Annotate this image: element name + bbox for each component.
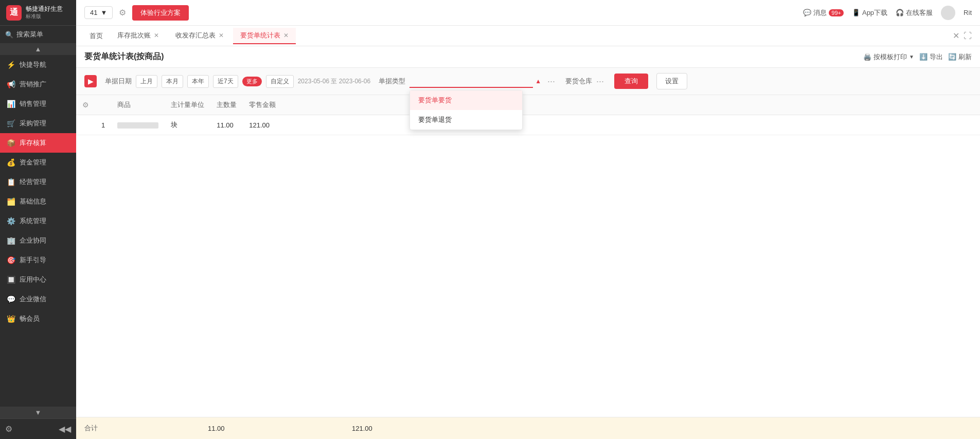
row-product	[111, 115, 165, 135]
table-settings-icon[interactable]: ⚙	[82, 101, 89, 109]
more-date-btn[interactable]: 更多	[242, 77, 262, 86]
sidebar-item-enterprise[interactable]: 🏢 企业协同	[0, 231, 76, 250]
product-placeholder	[117, 122, 158, 129]
refresh-btn[interactable]: 🔄 刷新	[948, 52, 972, 62]
tab-close-receipt-summary[interactable]: ✕	[219, 32, 224, 39]
sidebar-item-label: 库存核算	[20, 138, 46, 148]
scroll-down-btn[interactable]: ▼	[0, 407, 76, 418]
footer-amount: 121.00	[352, 425, 372, 432]
finance-icon: 💰	[6, 158, 15, 167]
sidebar-item-label: 新手引导	[20, 255, 46, 265]
sidebar-item-vip[interactable]: 👑 畅会员	[0, 309, 76, 328]
date-btn-last-month[interactable]: 上月	[136, 75, 157, 88]
sidebar: 通 畅捷通好生意 标准版 🔍 搜索菜单 ▲ ⚡ 快捷导航 📢 营销推广 📊 销售…	[0, 0, 76, 439]
online-service-action[interactable]: 🎧 在线客服	[896, 8, 933, 17]
tab-order-stats[interactable]: 要货单统计表 ✕	[233, 28, 296, 44]
warehouse-filter-label: 要货仓库	[565, 77, 592, 86]
sidebar-item-finance[interactable]: 💰 资金管理	[0, 153, 76, 172]
print-btn[interactable]: 🖨️ 按模板打印 ▼	[863, 52, 914, 62]
row-quantity: 11.00	[210, 115, 243, 135]
store-selector[interactable]: 41 ▼	[84, 6, 113, 19]
table-footer: 合计 11.00 121.00	[76, 417, 980, 439]
sidebar-item-label: 企业微信	[20, 295, 46, 304]
sidebar-item-wechat[interactable]: 💬 企业微信	[0, 289, 76, 309]
dropdown-item-order-return[interactable]: 要货单退货	[410, 110, 522, 130]
search-icon: 🔍	[5, 31, 13, 39]
col-quantity: 主数量	[210, 95, 243, 115]
warehouse-filter-dots[interactable]: ···	[596, 76, 604, 87]
collapse-icon[interactable]: ◀◀	[59, 424, 71, 434]
store-number: 41	[90, 9, 97, 16]
tab-close-batch-account[interactable]: ✕	[154, 32, 159, 39]
message-icon: 💬	[803, 9, 811, 16]
tab-label: 收发存汇总表	[175, 31, 216, 40]
sidebar-item-label: 经营管理	[20, 177, 46, 187]
sidebar-item-appstore[interactable]: 🔲 应用中心	[0, 270, 76, 289]
data-table: ⚙ 商品 主计量单位 主数量 零售金额 1	[76, 95, 980, 135]
marketing-icon: 📢	[6, 80, 15, 89]
sidebar-item-operations[interactable]: 📋 经营管理	[0, 172, 76, 192]
export-btn[interactable]: ⬇️ 导出	[919, 52, 943, 62]
export-icon: ⬇️	[919, 53, 928, 61]
tab-receipt-summary[interactable]: 收发存汇总表 ✕	[168, 28, 231, 44]
date-btn-7days[interactable]: 近7天	[213, 75, 238, 88]
messages-label: 消息	[813, 8, 827, 17]
search-btn[interactable]: 查询	[614, 74, 648, 89]
sidebar-item-guide[interactable]: 🎯 新手引导	[0, 250, 76, 270]
date-btn-this-year[interactable]: 本年	[187, 75, 209, 88]
sidebar-item-label: 资金管理	[20, 158, 46, 167]
user-avatar[interactable]	[941, 6, 955, 20]
type-dropdown-arrow[interactable]: ▲	[535, 78, 541, 85]
type-filter-input[interactable]	[409, 75, 533, 88]
tab-close-order-stats[interactable]: ✕	[283, 32, 289, 39]
settings-icon[interactable]: ⚙	[5, 424, 12, 434]
sidebar-item-purchase[interactable]: 🛒 采购管理	[0, 114, 76, 133]
date-btn-custom[interactable]: 自定义	[266, 75, 294, 88]
app-download-action[interactable]: 📱 App下载	[852, 8, 887, 17]
fullscreen-icon[interactable]: ⛶	[964, 31, 972, 41]
col-settings[interactable]: ⚙	[76, 95, 95, 115]
dropdown-item-order-goods[interactable]: 要货单要货	[410, 90, 522, 110]
sidebar-item-basic[interactable]: 🗂️ 基础信息	[0, 192, 76, 211]
type-filter-dots[interactable]: ···	[547, 76, 555, 87]
trial-btn[interactable]: 体验行业方案	[132, 5, 189, 21]
sidebar-item-label: 系统管理	[20, 216, 46, 226]
type-filter-label: 单据类型	[379, 77, 405, 86]
enterprise-icon: 🏢	[6, 236, 15, 245]
sidebar-item-marketing[interactable]: 📢 营销推广	[0, 75, 76, 94]
close-all-icon[interactable]: ✕	[953, 31, 959, 41]
set-btn[interactable]: 设置	[656, 73, 687, 89]
sidebar-item-label: 营销推广	[20, 80, 46, 89]
header-settings-icon[interactable]: ⚙	[119, 8, 126, 17]
headset-icon: 🎧	[896, 9, 904, 16]
tab-home[interactable]: 首页	[84, 28, 108, 44]
table-head: ⚙ 商品 主计量单位 主数量 零售金额	[76, 95, 980, 115]
tab-batch-account[interactable]: 库存批次账 ✕	[110, 28, 166, 44]
sidebar-item-label: 畅会员	[20, 314, 40, 323]
sidebar-item-system[interactable]: ⚙️ 系统管理	[0, 211, 76, 231]
main-area: 41 ▼ ⚙ 体验行业方案 💬 消息 99+ 📱 App下载 🎧 在线客服 Ri…	[76, 0, 980, 439]
page-content: 要货单统计表(按商品) 🖨️ 按模板打印 ▼ ⬇️ 导出 🔄 刷新	[76, 46, 980, 439]
col-extra	[282, 95, 980, 115]
nav-list: ⚡ 快捷导航 📢 营销推广 📊 销售管理 🛒 采购管理 📦 库存核算 💰 资金管…	[0, 55, 76, 407]
sidebar-item-sales[interactable]: 📊 销售管理	[0, 94, 76, 114]
filter-toggle-btn[interactable]: ▶	[84, 75, 97, 87]
scroll-up-btn[interactable]: ▲	[0, 43, 76, 55]
messages-action[interactable]: 💬 消息 99+	[803, 8, 844, 17]
date-btn-this-month[interactable]: 本月	[162, 75, 183, 88]
sidebar-item-inventory[interactable]: 📦 库存核算	[0, 133, 76, 153]
basic-icon: 🗂️	[6, 197, 15, 206]
app-version: 标准版	[26, 13, 63, 20]
refresh-label: 刷新	[958, 52, 972, 62]
search-menu[interactable]: 🔍 搜索菜单	[0, 26, 76, 43]
type-dropdown-menu: 要货单要货 要货单退货	[409, 90, 523, 130]
date-filter-label: 单据日期	[105, 77, 132, 86]
messages-badge: 99+	[829, 9, 844, 16]
quick-nav-icon: ⚡	[6, 60, 15, 69]
tab-label: 库存批次账	[117, 31, 151, 40]
type-input-wrap: ▲ 要货单要货 要货单退货	[409, 75, 541, 88]
date-range-display: 2023-05-06 至 2023-06-06	[298, 77, 370, 86]
sidebar-item-quick-nav[interactable]: ⚡ 快捷导航	[0, 55, 76, 75]
col-no	[95, 95, 111, 115]
row-settings-cell	[76, 115, 95, 135]
